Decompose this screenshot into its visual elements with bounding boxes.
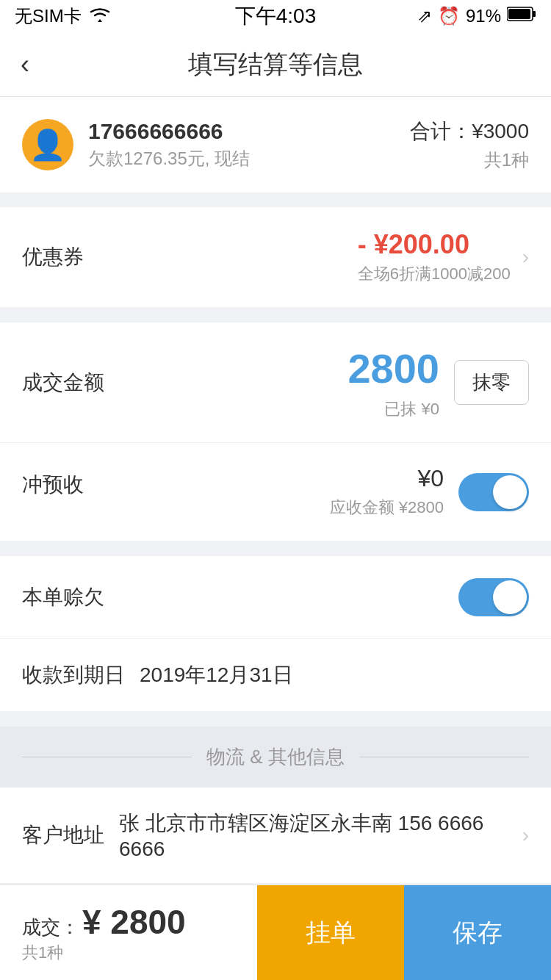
- back-button[interactable]: ‹: [21, 49, 29, 80]
- bottom-count: 共1种: [22, 942, 235, 964]
- prepay-label: 冲预收: [22, 465, 84, 499]
- status-right: ⇗ ⏰ 91%: [417, 6, 536, 26]
- bottom-deal-label: 成交：: [22, 915, 79, 940]
- avatar-icon: 👤: [29, 128, 66, 162]
- coupon-values: - ¥200.00 全场6折满1000减200: [358, 229, 511, 285]
- address-value: 张 北京市市辖区海淀区永丰南 156 6666 6666: [119, 810, 522, 861]
- location-icon: ⇗: [417, 6, 432, 26]
- svg-rect-1: [533, 11, 536, 17]
- coupon-chevron: ›: [522, 245, 529, 269]
- status-bar: 无SIM卡 下午4:03 ⇗ ⏰ 91%: [0, 0, 551, 32]
- debt-toggle-knob: [493, 580, 527, 614]
- due-date-value: 2019年12月31日: [140, 661, 293, 689]
- customer-card: 👤 17666666666 欠款1276.35元, 现结 合计：¥3000 共1…: [0, 97, 551, 192]
- status-time: 下午4:03: [235, 2, 317, 30]
- no-sim-text: 无SIM卡: [15, 4, 82, 28]
- svg-rect-2: [508, 9, 530, 19]
- prepay-sub: 应收金额 ¥2800: [330, 497, 444, 519]
- deal-amount: 2800: [347, 345, 439, 392]
- page-title: 填写结算等信息: [188, 48, 363, 82]
- content-area: 👤 17666666666 欠款1276.35元, 现结 合计：¥3000 共1…: [0, 97, 551, 980]
- prepay-section: 冲预收 ¥0 应收金额 ¥2800: [0, 443, 551, 541]
- debt-toggle[interactable]: [458, 578, 529, 616]
- deal-erased: 已抹 ¥0: [347, 398, 439, 420]
- address-section[interactable]: 客户地址 张 北京市市辖区海淀区永丰南 156 6666 6666 ›: [0, 788, 551, 883]
- customer-left: 👤 17666666666 欠款1276.35元, 现结: [22, 119, 250, 170]
- address-chevron: ›: [522, 824, 529, 847]
- round-zero-button[interactable]: 抹零: [454, 360, 529, 405]
- prepay-toggle[interactable]: [458, 473, 529, 511]
- coupon-discount: - ¥200.00: [358, 229, 511, 260]
- debt-section: 本单赊欠: [0, 556, 551, 639]
- deal-label: 成交金额: [22, 369, 104, 397]
- status-left: 无SIM卡: [15, 4, 111, 28]
- logistics-header-text: 物流 & 其他信息: [192, 744, 359, 770]
- due-date-section: 收款到期日 2019年12月31日: [0, 639, 551, 712]
- divider-2: [0, 308, 551, 323]
- header-line-left: [22, 757, 192, 757]
- bottom-deal-row: 成交： ¥ 2800: [22, 902, 235, 942]
- bottom-summary: 成交： ¥ 2800 共1种: [0, 885, 257, 980]
- deal-amount-block: 2800 已抹 ¥0: [347, 345, 439, 420]
- logistics-header: 物流 & 其他信息: [0, 727, 551, 788]
- prepay-amount: ¥0: [330, 465, 444, 492]
- customer-phone: 17666666666: [88, 119, 250, 144]
- alarm-icon: ⏰: [438, 6, 460, 26]
- address-label: 客户地址: [22, 821, 104, 849]
- battery-icon: [507, 6, 536, 26]
- bottom-bar: 成交： ¥ 2800 共1种 挂单 保存: [0, 884, 551, 980]
- coupon-row[interactable]: 优惠券 - ¥200.00 全场6折满1000减200 ›: [0, 207, 551, 308]
- deal-section: 成交金额 2800 已抹 ¥0 抹零: [0, 323, 551, 443]
- divider-4: [0, 712, 551, 727]
- prepay-row: 冲预收 ¥0 应收金额 ¥2800: [22, 465, 529, 519]
- customer-right: 合计：¥3000 共1种: [410, 118, 529, 172]
- customer-info: 17666666666 欠款1276.35元, 现结: [88, 119, 250, 170]
- toggle-knob: [493, 475, 527, 509]
- bottom-deal-amount: ¥ 2800: [82, 902, 186, 942]
- divider-1: [0, 192, 551, 207]
- deal-row: 成交金额 2800 已抹 ¥0 抹零: [22, 345, 529, 420]
- coupon-label: 优惠券: [22, 243, 84, 271]
- customer-debt: 欠款1276.35元, 现结: [88, 147, 250, 170]
- coupon-right: - ¥200.00 全场6折满1000减200 ›: [358, 229, 529, 285]
- due-date-label: 收款到期日: [22, 661, 125, 689]
- hold-button[interactable]: 挂单: [257, 885, 404, 980]
- customer-total: 合计：¥3000: [410, 118, 529, 145]
- prepay-amount-block: ¥0 应收金额 ¥2800: [330, 465, 444, 519]
- avatar: 👤: [22, 119, 73, 170]
- prepay-right: ¥0 应收金额 ¥2800: [330, 465, 529, 519]
- customer-count: 共1种: [410, 148, 529, 172]
- header-line-right: [359, 757, 529, 757]
- wifi-icon: [89, 6, 111, 26]
- debt-label: 本单赊欠: [22, 583, 104, 611]
- battery-text: 91%: [466, 6, 501, 26]
- coupon-sub: 全场6折满1000减200: [358, 263, 511, 285]
- nav-bar: ‹ 填写结算等信息: [0, 32, 551, 97]
- divider-3: [0, 541, 551, 556]
- save-button[interactable]: 保存: [404, 885, 551, 980]
- deal-right: 2800 已抹 ¥0 抹零: [347, 345, 529, 420]
